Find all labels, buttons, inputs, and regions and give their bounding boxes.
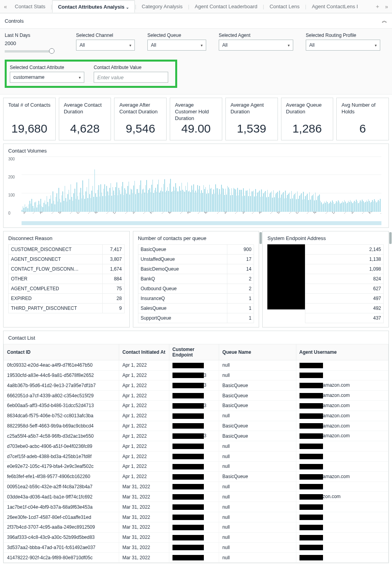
chart-bar[interactable] <box>213 189 214 212</box>
table-row[interactable]: BankQ2 <box>138 274 254 284</box>
chart-bar[interactable] <box>177 191 178 211</box>
column-header[interactable]: Agent Username <box>296 344 388 360</box>
chart-bar[interactable] <box>160 191 161 212</box>
chart-bar[interactable] <box>205 187 206 212</box>
table-row[interactable]: 4a8b367b-95d6-41d2-9e13-27a95e7df1b7Apr … <box>4 380 388 391</box>
chart-bar[interactable] <box>60 199 60 212</box>
chart-bar[interactable] <box>145 185 146 212</box>
chart-bar[interactable] <box>336 201 337 212</box>
chart-bar[interactable] <box>69 190 69 212</box>
chart-bar[interactable] <box>178 191 179 211</box>
chart-bar[interactable] <box>335 203 336 212</box>
chart-bar[interactable] <box>307 194 308 212</box>
tab-agent-contactlens-i[interactable]: Agent ContactLens I <box>306 0 363 13</box>
chart-bar[interactable] <box>297 191 298 211</box>
chart-bar[interactable] <box>56 197 56 211</box>
table-row[interactable]: c25a55f4-a5b7-4c58-96fb-d3d2ac1be550Apr … <box>4 431 388 441</box>
chart-bar[interactable] <box>354 201 355 212</box>
chart-bar[interactable] <box>190 192 191 211</box>
chart-bar[interactable] <box>361 202 362 211</box>
chart-bar[interactable] <box>84 199 85 212</box>
chart-bar[interactable] <box>221 185 222 212</box>
chart-bar[interactable] <box>250 196 251 212</box>
chart-bar[interactable] <box>143 189 144 212</box>
table-row[interactable]: 6eb00aa5-aff3-435d-b486-31dcc52d4713Apr … <box>4 400 388 411</box>
selected-channel-select[interactable]: All ▾ <box>76 40 135 51</box>
chart-bar[interactable] <box>267 190 268 212</box>
chart-bar[interactable] <box>34 202 35 211</box>
chart-bar[interactable] <box>168 191 169 211</box>
chart-bar[interactable] <box>34 208 34 211</box>
chart-bar[interactable] <box>268 197 269 211</box>
chart-bar[interactable] <box>170 179 171 212</box>
chart-bar[interactable] <box>198 189 199 212</box>
table-row[interactable]: SupportQueue1 <box>138 313 254 323</box>
chart-bar[interactable] <box>113 187 113 212</box>
chart-bar[interactable] <box>188 191 189 211</box>
selected-routing-profile-select[interactable]: All ▾ <box>306 40 380 51</box>
chart-bar[interactable] <box>85 191 86 211</box>
chart-bar[interactable] <box>324 202 325 212</box>
chart-bar[interactable] <box>207 190 208 212</box>
chart-bar[interactable] <box>275 194 276 212</box>
chart-bar[interactable] <box>87 187 87 212</box>
chart-bar[interactable] <box>31 199 32 212</box>
chart-bar[interactable] <box>232 195 233 212</box>
tab-scroll-left-icon[interactable]: « <box>2 4 9 10</box>
chart-bar[interactable] <box>71 197 72 211</box>
chart-bar[interactable] <box>60 202 61 211</box>
chart-bar[interactable] <box>93 186 93 211</box>
chart-bar[interactable] <box>42 207 43 212</box>
chart-bar[interactable] <box>316 200 317 212</box>
chart-bar[interactable] <box>111 183 111 211</box>
chart-bar[interactable] <box>109 195 109 212</box>
chart-bar[interactable] <box>103 189 104 211</box>
table-row[interactable]: 492 <box>305 303 384 313</box>
chart-bar[interactable] <box>169 184 170 212</box>
tab-scroll-right-icon[interactable]: » <box>383 4 390 10</box>
table-row[interactable]: UnstaffedQueue17 <box>138 254 254 264</box>
chart-bar[interactable] <box>294 194 295 212</box>
chart-bar[interactable] <box>78 196 78 212</box>
chart-bar[interactable] <box>305 196 306 212</box>
chart-bar[interactable] <box>303 192 304 211</box>
chart-bar[interactable] <box>192 190 193 212</box>
table-row[interactable]: OTHER884 <box>9 274 125 284</box>
scrollbar-thumb[interactable] <box>389 232 392 244</box>
chart-bar[interactable] <box>245 191 246 212</box>
chart-bar[interactable] <box>319 195 320 212</box>
table-row[interactable]: d7cef15f-adeb-4388-bd3a-425bb1e7fd8fApr … <box>4 451 388 462</box>
chart-bar[interactable] <box>265 191 266 211</box>
chart-bar[interactable] <box>285 191 286 211</box>
table-row[interactable]: d703ebe0-acbc-4906-a51f-0e4f0236fc89Apr … <box>4 441 388 451</box>
chart-bar[interactable] <box>25 204 25 212</box>
chart-bar[interactable] <box>58 188 59 212</box>
chart-bar[interactable] <box>263 193 264 212</box>
chart-bar[interactable] <box>256 196 257 211</box>
chart-bar[interactable] <box>33 206 33 212</box>
chart-bar[interactable] <box>80 193 80 212</box>
chart-bar[interactable] <box>351 202 352 212</box>
chart-bar[interactable] <box>91 198 91 212</box>
chart-bar[interactable] <box>98 185 99 212</box>
chart-bar[interactable] <box>142 189 143 212</box>
chart-bar[interactable] <box>277 192 278 211</box>
chart-bar[interactable] <box>356 200 357 211</box>
chart-bar[interactable] <box>371 202 372 212</box>
chart-bar[interactable] <box>314 200 315 212</box>
chart-bar[interactable] <box>76 199 76 212</box>
chart-bar[interactable] <box>140 180 141 211</box>
chart-bar[interactable] <box>242 196 243 212</box>
chart-bar[interactable] <box>196 193 197 212</box>
table-row[interactable]: 0fc09332-e20d-4eac-a4f9-d7f61e467b50Apr … <box>4 360 388 370</box>
chart-bar[interactable] <box>164 179 165 212</box>
chart-bar[interactable] <box>236 196 237 212</box>
chart-bar[interactable] <box>105 196 106 212</box>
chart-bar[interactable] <box>132 193 133 212</box>
chart-bar[interactable] <box>173 187 174 211</box>
chart-bar[interactable] <box>274 197 275 211</box>
chart-bar[interactable] <box>380 199 381 211</box>
chart-bar[interactable] <box>109 188 110 212</box>
chart-bar[interactable] <box>135 194 136 212</box>
chart-bar[interactable] <box>254 196 255 211</box>
